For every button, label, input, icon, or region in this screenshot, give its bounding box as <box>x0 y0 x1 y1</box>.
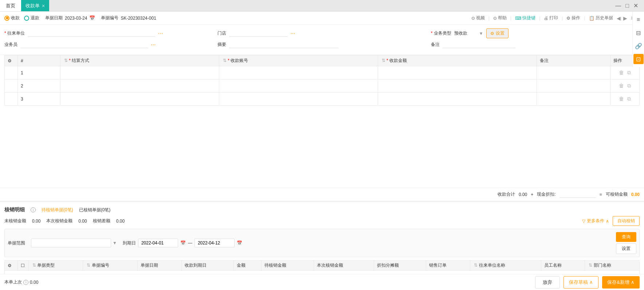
next-arrow[interactable]: ▶ <box>623 15 627 21</box>
equals-sign: = <box>600 192 602 197</box>
radio-tuikuan[interactable]: 退款 <box>24 15 39 21</box>
sidebar-icon-2[interactable]: ⊟ <box>633 28 644 38</box>
bench-info-icon[interactable]: i <box>23 280 28 285</box>
counterpart-more-btn[interactable]: ··· <box>158 30 163 37</box>
col-gear-header[interactable]: ⚙ <box>5 55 18 66</box>
radio-shoukuan-label: 收款 <box>11 15 20 21</box>
save-arrow: ∧ <box>631 279 635 285</box>
range-input[interactable] <box>31 239 111 247</box>
range-arrow[interactable]: ▼ <box>113 240 117 246</box>
radio-tuikuan-label: 退款 <box>31 15 39 21</box>
tab-active-label: 收款单 <box>25 3 40 9</box>
date-from-input[interactable] <box>138 239 178 247</box>
radio-shoukuan-dot <box>4 16 9 21</box>
cal-from-icon[interactable]: 📅 <box>180 240 186 246</box>
bt-col-discount: 折扣分摊额 <box>374 260 426 271</box>
row-3-settlement[interactable] <box>60 93 219 106</box>
biz-type-value: 预收款 <box>454 30 476 36</box>
row-2-account[interactable] <box>219 79 378 93</box>
row-2-amount[interactable] <box>378 79 537 93</box>
unverified-value: 0.00 <box>32 219 40 224</box>
more-filter-btn[interactable]: ▽ 更多条件 ∧ <box>582 218 609 224</box>
draft-button[interactable]: 保存草稿 ∧ <box>564 276 598 289</box>
tab-close-icon[interactable]: × <box>42 3 45 9</box>
row-3-amount[interactable] <box>378 93 537 106</box>
help-icon: ⊙ <box>493 16 497 21</box>
save-button[interactable]: 保存&新增 ∧ <box>602 276 640 289</box>
copy-icon-r2[interactable]: ⧉ <box>627 83 631 89</box>
tab-active[interactable]: 收款单 × <box>21 0 49 11</box>
row-1-settlement[interactable] <box>60 66 219 79</box>
copy-icon-r1[interactable]: ⧉ <box>627 70 631 75</box>
salesman-more-btn[interactable]: ··· <box>151 42 156 48</box>
col-settlement-header: ⇅ 结算方式 <box>60 55 219 66</box>
top-toolbar: 收款 退款 单据日期 2023-03-24 📅 单据编号 SK-20230324… <box>0 12 644 25</box>
row-1-remarks[interactable] <box>537 66 610 79</box>
delete-icon-r3[interactable]: 🗑 <box>619 96 624 102</box>
pending-tab[interactable]: 待核销单据(0笔) <box>42 207 73 213</box>
row-1-amount[interactable] <box>378 66 537 79</box>
salesman-input[interactable] <box>20 41 148 48</box>
history-icon: 📋 <box>589 16 594 21</box>
action-video[interactable]: ⊙ 视频 <box>471 15 485 21</box>
range-label: 单据范围 <box>8 240 25 246</box>
copy-icon-r3[interactable]: ⧉ <box>627 96 631 102</box>
minimize-icon[interactable]: — <box>615 3 621 9</box>
row-3-account[interactable] <box>219 93 378 106</box>
prev-arrow[interactable]: ◀ <box>617 15 621 21</box>
form-row-2: 业务员 ··· 摘要 备注 <box>4 41 640 48</box>
row-2-settlement[interactable] <box>60 79 219 93</box>
col-index-header: # <box>18 55 60 66</box>
nav-arrows: ◀ | ▶ <box>617 15 627 21</box>
main-content: 收款 退款 单据日期 2023-03-24 📅 单据编号 SK-20230324… <box>0 12 644 290</box>
counterpart-input[interactable] <box>28 30 155 37</box>
verify-settings-btn[interactable]: 设置 <box>616 243 636 254</box>
auto-verify-btn[interactable]: 自动核销 <box>613 216 640 226</box>
action-help[interactable]: ⊙ 帮助 <box>493 15 507 21</box>
ops-icon: ⚙ <box>566 16 570 21</box>
sidebar-icon-4[interactable]: ⊡ <box>633 54 644 64</box>
cal-to-icon[interactable]: 📅 <box>237 240 242 246</box>
action-shortcut[interactable]: ⌨ 快捷键 <box>515 15 535 21</box>
bt-col-number: ⇅ 单据编号 <box>83 260 137 271</box>
row-1-account[interactable] <box>219 66 378 79</box>
tab-home[interactable]: 首页 <box>0 0 21 11</box>
action-history[interactable]: 📋 历史单据 <box>589 15 613 21</box>
date-to-input[interactable] <box>195 239 235 247</box>
row-3-remarks[interactable] <box>537 93 610 106</box>
verify-header: 核销明细 i 待核销单据(0笔) 已核销单据(0笔) <box>4 207 640 213</box>
diff-label: 核销差额 <box>93 218 110 224</box>
close-icon[interactable]: ✕ <box>633 2 638 9</box>
store-input[interactable] <box>229 30 287 37</box>
bt-col-counterpart: ⇅ 往来单位名称 <box>470 260 541 271</box>
maximize-icon[interactable]: □ <box>625 3 629 9</box>
query-button[interactable]: 查询 <box>616 232 636 242</box>
sidebar-icon-1[interactable]: ≡ <box>633 15 644 25</box>
calendar-icon[interactable]: 📅 <box>89 15 95 21</box>
action-print[interactable]: 🖨 打印 <box>544 15 558 21</box>
row-2-remarks[interactable] <box>537 79 610 93</box>
settings-button[interactable]: ⚙ 设置 <box>486 28 508 38</box>
abandon-button[interactable]: 放弃 <box>535 276 560 289</box>
biz-type-arrow[interactable]: ▼ <box>479 31 483 36</box>
current-label: 本次核销金额 <box>46 218 72 224</box>
bt-col-check[interactable]: ☐ <box>18 260 29 271</box>
delete-icon-r1[interactable]: 🗑 <box>619 70 624 75</box>
gear-icon: ⚙ <box>490 31 494 36</box>
verify-info-icon[interactable]: i <box>31 207 36 212</box>
bt-col-gear[interactable]: ⚙ <box>5 260 18 271</box>
verify-title: 核销明细 <box>4 207 25 213</box>
summary-input[interactable] <box>229 41 338 48</box>
done-tab[interactable]: 已核销单据(0笔) <box>79 207 111 213</box>
bt-col-due: 收款到期日 <box>181 260 233 271</box>
delete-icon-r2[interactable]: 🗑 <box>619 83 624 89</box>
store-more-btn[interactable]: ··· <box>290 30 295 37</box>
store-label: 门店 <box>217 30 226 36</box>
discount-input[interactable] <box>559 191 596 198</box>
bt-col-pending: 待核销金额 <box>262 260 314 271</box>
radio-shoukuan[interactable]: 收款 <box>4 15 20 21</box>
remarks-input[interactable] <box>443 41 515 48</box>
action-ops[interactable]: ⚙ 操作 <box>566 15 580 21</box>
sidebar-icon-3[interactable]: 🔗 <box>633 41 644 51</box>
row-2-ops: 🗑 ⧉ <box>610 79 640 93</box>
